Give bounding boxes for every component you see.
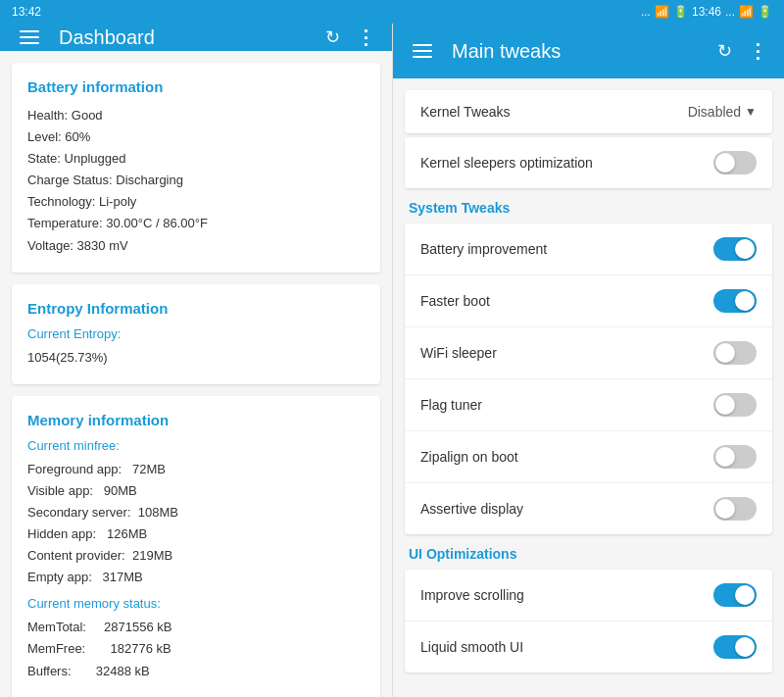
mem-0: MemTotal: 2871556 kB xyxy=(27,617,365,638)
kernel-tweaks-dropdown[interactable]: Disabled ▼ xyxy=(688,104,757,120)
battery-field-0: Health: Good xyxy=(27,105,365,126)
battery-field-1: Level: 60% xyxy=(27,126,365,148)
battery-icon-right: 🔋 xyxy=(758,5,772,19)
improve-scrolling-toggle[interactable] xyxy=(713,583,757,607)
refresh-button[interactable]: ↻ xyxy=(325,26,340,48)
bar1 xyxy=(20,30,39,32)
faster-boot-thumb xyxy=(735,291,755,311)
entropy-title: Entropy Information xyxy=(27,300,365,317)
kernel-sleepers-thumb xyxy=(715,153,735,173)
status-right: ... 📶 🔋 13:46 ... 📶 🔋 xyxy=(641,5,772,19)
wifi-icon: 📶 xyxy=(655,5,669,19)
wifi-sleeper-label: WiFi sleeper xyxy=(420,345,497,361)
left-header: Dashboard ↻ ⋮ xyxy=(0,24,392,51)
wifi-sleeper-toggle[interactable] xyxy=(713,341,757,365)
battery-improvement-toggle[interactable] xyxy=(713,237,757,261)
minfree-subtitle: Current minfree: xyxy=(27,438,365,453)
battery-improvement-label: Battery improvement xyxy=(420,241,547,257)
right-header: Main tweaks ↻ ⋮ xyxy=(393,24,784,78)
assertive-display-label: Assertive display xyxy=(420,501,523,517)
flag-tuner-row: Flag tuner xyxy=(405,379,772,431)
status-left: 13:42 xyxy=(12,5,41,19)
minfree-4: Content provider: 219MB xyxy=(27,545,365,567)
kernel-sleepers-toggle[interactable] xyxy=(713,151,757,174)
kernel-tweaks-row: Kernel Tweaks Disabled ▼ xyxy=(405,90,772,133)
battery-field-2: State: Unplugged xyxy=(27,148,365,170)
time-left: 13:42 xyxy=(12,5,41,19)
faster-boot-toggle[interactable] xyxy=(713,289,757,313)
right-panel-title: Main tweaks xyxy=(452,40,702,63)
right-hamburger-button[interactable] xyxy=(409,37,436,65)
flag-tuner-label: Flag tuner xyxy=(420,397,482,413)
battery-improvement-row: Battery improvement xyxy=(405,224,772,275)
left-panel: Dashboard ↻ ⋮ Battery information Health… xyxy=(0,24,392,697)
left-panel-title: Dashboard xyxy=(59,26,310,49)
main-content: Dashboard ↻ ⋮ Battery information Health… xyxy=(0,24,784,697)
entropy-subtitle: Current Entropy: xyxy=(27,326,365,341)
zipalign-toggle[interactable] xyxy=(713,445,757,469)
liquid-smooth-row: Liquid smooth UI xyxy=(405,622,772,672)
zipalign-label: Zipalign on boot xyxy=(420,449,518,465)
liquid-smooth-thumb xyxy=(735,637,755,657)
status-bar: 13:42 ... 📶 🔋 13:46 ... 📶 🔋 xyxy=(0,0,784,24)
liquid-smooth-label: Liquid smooth UI xyxy=(420,639,523,655)
flag-tuner-toggle[interactable] xyxy=(713,393,757,417)
minfree-1: Visible app: 90MB xyxy=(27,480,365,502)
battery-field-4: Technology: Li-poly xyxy=(27,191,365,213)
kernel-sleepers-label: Kernel sleepers optimization xyxy=(420,155,593,171)
signal-dots: ... xyxy=(641,5,651,19)
zipalign-thumb xyxy=(715,447,735,467)
memory-card: Memory information Current minfree: Fore… xyxy=(12,396,380,697)
memory-status-subtitle: Current memory status: xyxy=(27,596,365,611)
wifi-sleeper-row: WiFi sleeper xyxy=(405,327,772,379)
system-tweaks-label: System Tweaks xyxy=(405,192,772,220)
hamburger-menu-button[interactable] xyxy=(16,24,43,51)
left-panel-content: Battery information Health: Good Level: … xyxy=(0,51,392,697)
improve-scrolling-label: Improve scrolling xyxy=(420,587,524,603)
minfree-0: Foreground app: 72MB xyxy=(27,459,365,480)
bar2 xyxy=(20,36,39,38)
right-panel-content: Kernel Tweaks Disabled ▼ Kernel sleepers… xyxy=(393,78,784,684)
flag-tuner-thumb xyxy=(715,395,735,415)
battery-improvement-thumb xyxy=(735,239,755,259)
faster-boot-row: Faster boot xyxy=(405,275,772,327)
bar3 xyxy=(20,42,39,44)
battery-field-5: Temperature: 30.00°C / 86.00°F xyxy=(27,213,365,234)
system-tweaks-card: Battery improvement Faster boot xyxy=(405,224,772,534)
kernel-tweaks-label: Kernel Tweaks xyxy=(420,104,511,120)
battery-icon: 🔋 xyxy=(673,5,688,19)
time-right: 13:46 xyxy=(692,5,721,19)
r-bar2 xyxy=(413,50,432,52)
right-panel: Main tweaks ↻ ⋮ Kernel Tweaks Disabled ▼… xyxy=(392,24,784,697)
memory-title: Memory information xyxy=(27,412,365,428)
minfree-3: Hidden app: 126MB xyxy=(27,523,365,545)
mem-1: MemFree: 182776 kB xyxy=(27,638,365,660)
kernel-sleepers-card: Kernel sleepers optimization xyxy=(405,137,772,188)
memory-status-fields: MemTotal: 2871556 kB MemFree: 182776 kB … xyxy=(27,617,365,681)
ui-optimizations-label: UI Optimizations xyxy=(405,538,772,566)
right-more-options-button[interactable]: ⋮ xyxy=(748,39,768,63)
assertive-display-thumb xyxy=(715,499,735,519)
dropdown-arrow-icon: ▼ xyxy=(745,105,757,119)
kernel-tweaks-card: Kernel Tweaks Disabled ▼ xyxy=(405,90,772,133)
more-options-button[interactable]: ⋮ xyxy=(356,25,376,49)
entropy-value: 1054(25.73%) xyxy=(27,347,365,369)
faster-boot-label: Faster boot xyxy=(420,293,490,309)
improve-scrolling-thumb xyxy=(735,585,755,605)
assertive-display-toggle[interactable] xyxy=(713,497,757,521)
kernel-sleepers-row: Kernel sleepers optimization xyxy=(405,137,772,188)
wifi-icon-right: 📶 xyxy=(739,5,754,19)
assertive-display-row: Assertive display xyxy=(405,483,772,534)
signal-dots-right: ... xyxy=(725,5,735,19)
minfree-fields: Foreground app: 72MB Visible app: 90MB S… xyxy=(27,459,365,589)
battery-info: Health: Good Level: 60% State: Unplugged… xyxy=(27,105,365,257)
wifi-sleeper-thumb xyxy=(715,343,735,363)
kernel-tweaks-value: Disabled xyxy=(688,104,741,120)
battery-card: Battery information Health: Good Level: … xyxy=(12,63,380,273)
liquid-smooth-toggle[interactable] xyxy=(713,635,757,659)
minfree-5: Empty app: 317MB xyxy=(27,567,365,588)
mem-2: Buffers: 32488 kB xyxy=(27,661,365,682)
r-bar3 xyxy=(413,56,432,58)
right-refresh-button[interactable]: ↻ xyxy=(717,40,732,62)
battery-field-3: Charge Status: Discharging xyxy=(27,170,365,191)
